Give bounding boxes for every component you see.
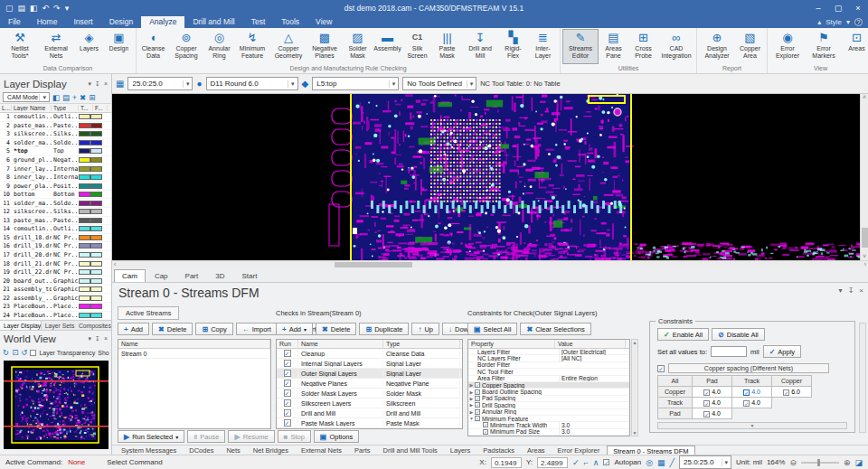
world-view-close-icon[interactable]: × — [104, 335, 108, 342]
select-all-button[interactable]: ▣Select All — [467, 323, 517, 335]
layer-row-2[interactable]: 2paste_mas...Paste... — [0, 122, 111, 131]
pan-world-icon[interactable]: ⊡ — [12, 348, 18, 357]
layer-row-1[interactable]: 1comoutlin...Outli... — [0, 113, 111, 122]
add-button[interactable]: +Add▾ — [276, 323, 313, 335]
matrix-header-pad[interactable]: Pad — [693, 376, 732, 387]
trace-color-swatch[interactable] — [79, 114, 90, 119]
new-file-icon[interactable]: ▢ — [5, 4, 14, 13]
tools-combo[interactable]: No Tools Defined▾ — [402, 77, 476, 90]
ribbon-item-cross-probe[interactable]: ⊞Cross Probe — [628, 29, 658, 64]
layer-row-7[interactable]: 7inner_lay...Internal — [0, 164, 111, 174]
run-selected-button[interactable]: ▶Run Selected▾ — [118, 430, 184, 443]
open-file-icon[interactable]: ▤ — [18, 4, 26, 13]
delete-layer-icon[interactable]: ✖ — [80, 93, 86, 102]
trace-color-swatch[interactable] — [79, 269, 90, 275]
view-tab-3d[interactable]: 3D — [207, 269, 232, 282]
ribbon-item-drill-and-mill[interactable]: ↧Drill and Mill — [462, 29, 498, 64]
layer-transparency-checkbox[interactable] — [30, 350, 36, 356]
trace-color-swatch[interactable] — [79, 304, 90, 309]
trace-color-swatch[interactable] — [79, 157, 90, 163]
flash-color-swatch[interactable] — [90, 201, 102, 206]
bottom-tab-system-messages[interactable]: System Messages — [116, 446, 182, 455]
check-row-solder-mask-layers[interactable]: ✓Solder Mask LayersSolder Mask — [277, 389, 462, 399]
matrix-cell[interactable]: ✓4.0 — [693, 398, 732, 408]
flash-color-swatch[interactable] — [90, 140, 102, 145]
layer-panel-tab-layer-display[interactable]: Layer Display — [0, 321, 42, 330]
ribbon-tab-insert[interactable]: Insert — [65, 16, 100, 28]
matrix-cell[interactable]: ✓4.0 — [732, 387, 772, 398]
bottom-tab-areas[interactable]: Areas — [522, 446, 551, 455]
clear-selections-button[interactable]: ✖Clear Selections — [520, 323, 590, 335]
target-snap-icon[interactable]: ◎ — [646, 458, 653, 467]
close-icon[interactable]: × — [848, 0, 868, 16]
scroll-down-icon[interactable]: ˅ — [863, 253, 866, 260]
fit-view-icon[interactable]: ◪ — [854, 458, 863, 467]
bottom-tab-parts[interactable]: Parts — [349, 446, 376, 455]
stream-panel-scrollbar[interactable] — [859, 323, 866, 433]
bottom-tab-dcodes[interactable]: DCodes — [184, 446, 219, 455]
add-button[interactable]: +Add — [118, 323, 149, 335]
ribbon-item-external-nets[interactable]: ⇄External Nets — [38, 29, 74, 64]
zoom-world-icon[interactable]: ↻ — [3, 348, 9, 357]
ribbon-item-design[interactable]: ▣Design — [104, 29, 134, 64]
restore-icon[interactable]: ▢ — [828, 0, 848, 16]
disable-all-button[interactable]: ⊘Disable All — [712, 328, 765, 341]
ribbon-item-silk-screen[interactable]: C1Silk Screen — [402, 29, 432, 64]
pcb-viewport[interactable] — [112, 94, 868, 260]
view-tab-cap[interactable]: Cap — [146, 269, 176, 282]
layer-row-23[interactable]: 23PlaceBoun...Place... — [0, 303, 111, 312]
bottom-tab-error-explorer[interactable]: Error Explorer — [552, 446, 606, 455]
expand-closed-icon[interactable]: ▶ — [468, 409, 475, 415]
ribbon-tab-home[interactable]: Home — [29, 16, 66, 28]
ribbon-item-error-markers[interactable]: ⚑Error Markers — [806, 29, 842, 64]
layer-row-13[interactable]: 13paste_mas...Paste... — [0, 217, 111, 226]
world-view-pin-icon[interactable]: ↧ — [95, 335, 100, 342]
check-row-drill-and-mill[interactable]: ✓Drill and MillDrill and Mill — [277, 408, 462, 418]
matrix-cell-checkbox[interactable]: ✓ — [703, 400, 710, 407]
layer-row-9[interactable]: 9power_pla...Posit... — [0, 182, 111, 191]
trace-color-swatch[interactable] — [79, 226, 90, 231]
snap-check-icon[interactable]: ✓ — [572, 458, 580, 467]
zoom-out-icon[interactable]: ⊖ — [789, 458, 797, 467]
trace-color-swatch[interactable] — [79, 295, 90, 301]
x-coordinate-value[interactable]: 0.1949 — [491, 457, 522, 468]
flash-color-swatch[interactable] — [90, 252, 102, 258]
bottom-tab-padstacks[interactable]: Padstacks — [477, 446, 520, 455]
layer-row-4[interactable]: 4solder_ma...Solde... — [0, 139, 111, 148]
ribbon-item-negative-planes[interactable]: ▩Negative Planes — [307, 29, 343, 64]
autopan-checkbox[interactable]: ✓ — [603, 459, 609, 465]
up-button[interactable]: ↑Up — [411, 323, 439, 335]
run-checkbox[interactable]: ✓ — [284, 389, 291, 397]
matrix-cell[interactable]: ✓4.0 — [693, 408, 732, 419]
delete-button[interactable]: ✖Delete — [316, 323, 356, 335]
layer-row-15[interactable]: 15drill_18.drlNC Pr... — [0, 234, 111, 243]
trace-color-swatch[interactable] — [79, 174, 90, 180]
check-row-negative-planes[interactable]: ✓Negative PlanesNegative Plane — [277, 379, 462, 389]
copy-button[interactable]: ⊞Copy — [195, 323, 232, 335]
y-coordinate-value[interactable]: 2.4899 — [537, 457, 568, 468]
next-constraint-section-button[interactable]: ▼ — [657, 422, 847, 429]
ribbon-tab-analyze[interactable]: Analyze — [141, 16, 184, 28]
redo-icon[interactable]: ↷ — [53, 4, 61, 13]
style-menu[interactable]: Style — [826, 18, 842, 26]
ribbon-item-copper-area[interactable]: ▧Copper Area — [735, 29, 765, 64]
layer-row-12[interactable]: 12silkscree...Silks... — [0, 208, 111, 217]
flash-color-swatch[interactable] — [90, 174, 102, 180]
ribbon-tab-view[interactable]: View — [307, 16, 340, 28]
expand-closed-icon[interactable]: ▶ — [468, 382, 475, 388]
layer-row-16[interactable]: 16drill_19.drlNC Pr... — [0, 242, 111, 251]
flash-color-swatch[interactable] — [90, 192, 102, 197]
stream-panel-pin-icon[interactable]: ↧ — [848, 286, 854, 295]
expand-closed-icon[interactable]: ▶ — [468, 389, 475, 395]
check-row-outer-signal-layers[interactable]: ✓Outer Signal LayersSignal Layer — [277, 369, 462, 379]
run-checkbox[interactable]: ✓ — [284, 399, 291, 407]
expand-open-icon[interactable]: ▼ — [468, 416, 475, 421]
matrix-cell[interactable]: ✓6.0 — [772, 387, 812, 398]
active-layer-combo[interactable]: L5:top▾ — [312, 77, 399, 90]
trace-color-swatch[interactable] — [79, 278, 90, 284]
help-icon[interactable]: ? — [854, 18, 863, 26]
flash-color-swatch[interactable] — [90, 243, 102, 249]
save-icon[interactable]: ◧ — [30, 4, 38, 13]
run-checkbox[interactable]: ✓ — [284, 380, 291, 387]
run-checkbox[interactable]: ✓ — [284, 360, 291, 367]
